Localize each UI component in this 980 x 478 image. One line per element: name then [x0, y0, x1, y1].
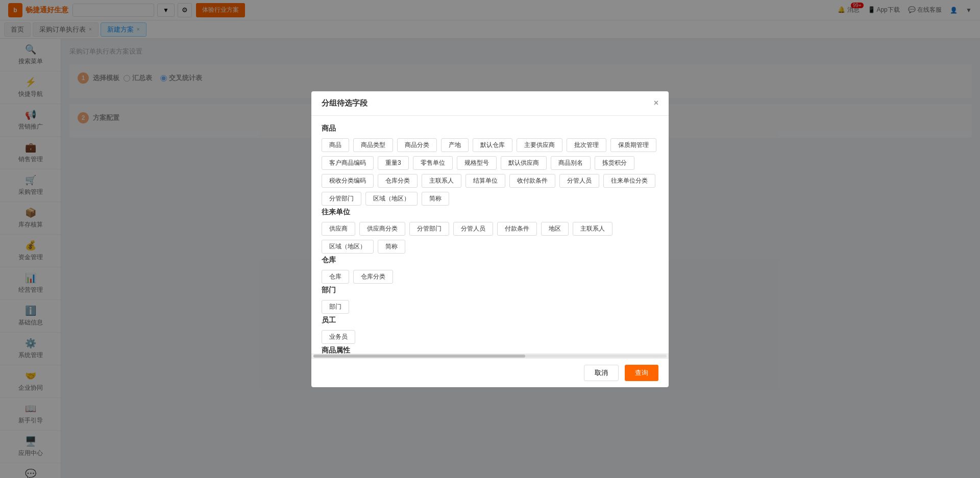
field-partner-category[interactable]: 往来单位分类: [603, 174, 655, 188]
section-dept-fields: 部门: [322, 300, 658, 314]
field-warehouse[interactable]: 仓库: [322, 270, 349, 284]
section-partner-title: 往来单位: [322, 208, 658, 217]
field-goods[interactable]: 商品: [322, 138, 349, 152]
field-customer-code[interactable]: 客户商品编码: [322, 156, 374, 170]
section-employee: 员工 业务员: [322, 316, 658, 344]
section-employee-fields: 业务员: [322, 330, 658, 344]
field-warehouse-category[interactable]: 仓库分类: [378, 174, 418, 188]
hscroll-track: [313, 355, 667, 358]
section-goods: 商品 商品 商品类型 商品分类 产地 默认仓库 主要供应商 批次管理 保质期管理…: [322, 124, 658, 206]
section-warehouse-fields: 仓库 仓库分类: [322, 270, 658, 284]
modal-overlay: 分组待选字段 × 商品 商品 商品类型 商品分类 产地 默认仓库 主要供应商 批…: [0, 0, 980, 478]
section-partner-fields: 供应商 供应商分类 分管部门 分管人员 付款条件 地区 主联系人 区域（地区） …: [322, 222, 658, 254]
modal-title: 分组待选字段: [322, 98, 368, 108]
field-short-name-partner[interactable]: 简称: [378, 240, 405, 254]
section-dept-title: 部门: [322, 286, 658, 295]
field-short-name[interactable]: 简称: [422, 192, 449, 206]
section-warehouse-title: 仓库: [322, 256, 658, 265]
field-main-contact-partner[interactable]: 主联系人: [573, 222, 612, 236]
field-warehouse-cat[interactable]: 仓库分类: [353, 270, 393, 284]
field-select-modal: 分组待选字段 × 商品 商品 商品类型 商品分类 产地 默认仓库 主要供应商 批…: [311, 91, 669, 387]
field-region-partner[interactable]: 区域（地区）: [322, 240, 374, 254]
field-main-supplier[interactable]: 主要供应商: [517, 138, 562, 152]
modal-confirm-btn[interactable]: 查询: [625, 365, 658, 381]
modal-hscroll[interactable]: [311, 354, 669, 358]
field-payment-cond[interactable]: 付款条件: [497, 222, 537, 236]
section-goods-fields: 商品 商品类型 商品分类 产地 默认仓库 主要供应商 批次管理 保质期管理 客户…: [322, 138, 658, 206]
section-goods-title: 商品: [322, 124, 658, 133]
field-region[interactable]: 区域（地区）: [365, 192, 418, 206]
field-supplier-category[interactable]: 供应商分类: [359, 222, 405, 236]
modal-footer: 取消 查询: [311, 358, 669, 387]
section-dept: 部门 部门: [322, 286, 658, 314]
field-pick-points[interactable]: 拣货积分: [595, 156, 634, 170]
section-attributes: 商品属性 属性 颜色 多规格 尺码 鞋码 1: [322, 346, 658, 354]
section-warehouse: 仓库 仓库 仓库分类: [322, 256, 658, 284]
modal-cancel-btn[interactable]: 取消: [584, 365, 619, 381]
field-origin[interactable]: 产地: [441, 138, 469, 152]
field-batch-mgmt[interactable]: 批次管理: [567, 138, 606, 152]
field-area[interactable]: 地区: [541, 222, 569, 236]
hscroll-thumb: [313, 355, 525, 358]
field-goods-category[interactable]: 商品分类: [397, 138, 437, 152]
field-goods-alias[interactable]: 商品别名: [551, 156, 591, 170]
modal-close-btn[interactable]: ×: [654, 98, 658, 108]
field-dept-mgmt[interactable]: 分管部门: [322, 192, 361, 206]
field-department[interactable]: 部门: [322, 300, 349, 314]
field-spec-model[interactable]: 规格型号: [457, 156, 497, 170]
field-shelf-life[interactable]: 保质期管理: [610, 138, 656, 152]
field-weight3[interactable]: 重量3: [378, 156, 409, 170]
section-employee-title: 员工: [322, 316, 658, 325]
field-tax-code[interactable]: 税收分类编码: [322, 174, 374, 188]
field-payment-terms[interactable]: 收付款条件: [509, 174, 555, 188]
field-supplier[interactable]: 供应商: [322, 222, 355, 236]
field-default-warehouse[interactable]: 默认仓库: [473, 138, 512, 152]
field-supervisor[interactable]: 分管人员: [559, 174, 599, 188]
section-attributes-title: 商品属性: [322, 346, 658, 354]
modal-body: 商品 商品 商品类型 商品分类 产地 默认仓库 主要供应商 批次管理 保质期管理…: [311, 116, 669, 354]
field-goods-type[interactable]: 商品类型: [353, 138, 393, 152]
field-main-contact[interactable]: 主联系人: [422, 174, 461, 188]
field-settlement-unit[interactable]: 结算单位: [465, 174, 505, 188]
field-default-supplier[interactable]: 默认供应商: [501, 156, 547, 170]
field-supervisor-partner[interactable]: 分管人员: [453, 222, 493, 236]
modal-header: 分组待选字段 ×: [311, 91, 669, 116]
field-salesperson[interactable]: 业务员: [322, 330, 355, 344]
field-dept-partner[interactable]: 分管部门: [409, 222, 449, 236]
section-partner: 往来单位 供应商 供应商分类 分管部门 分管人员 付款条件 地区 主联系人 区域…: [322, 208, 658, 254]
field-retail-unit[interactable]: 零售单位: [413, 156, 453, 170]
